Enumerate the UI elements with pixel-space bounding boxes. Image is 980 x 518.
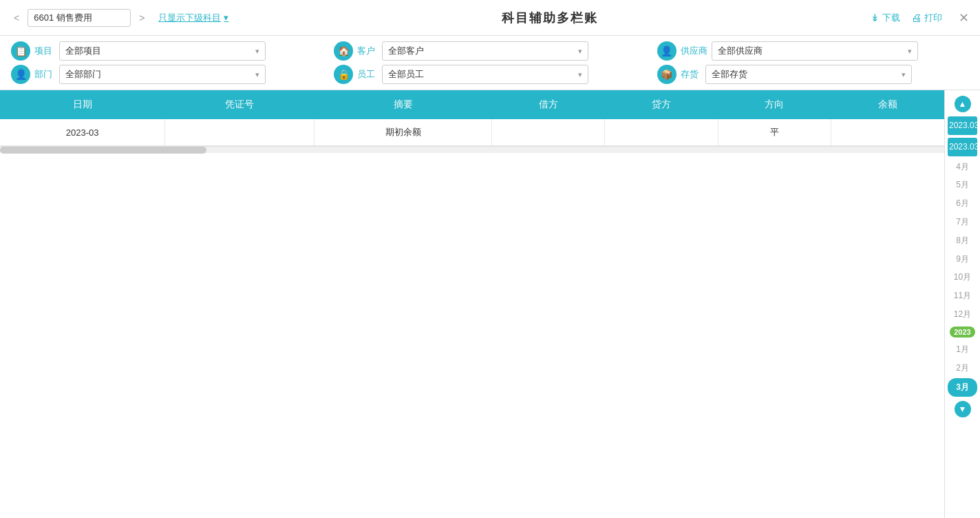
- sidebar-item-period-1[interactable]: 2023.03: [948, 116, 977, 135]
- inventory-value: 全部存货: [712, 68, 747, 81]
- sidebar-item-4[interactable]: 4月: [945, 158, 980, 176]
- supplier-select[interactable]: 全部供应商 ▾: [712, 41, 918, 61]
- project-dropdown-icon: ▾: [255, 47, 259, 56]
- cell-voucher: [165, 119, 315, 146]
- cell-summary: 期初余额: [315, 119, 492, 146]
- account-code-box: 6601 销售费用: [28, 9, 131, 27]
- print-icon: 🖨: [911, 12, 922, 23]
- department-select[interactable]: 全部部门 ▾: [59, 65, 266, 84]
- filter-inventory: 📦 存货 全部存货 ▾: [657, 65, 969, 84]
- table-header-row: 日期 凭证号 摘要 借方 贷方 方向 余额: [0, 90, 944, 119]
- supplier-icon: 👤: [657, 41, 677, 61]
- right-sidebar: ▲ 2023.03 2023.03 4月 5月 6月 7月 8月 9月 10月 …: [944, 90, 980, 518]
- inventory-label: 存货: [681, 68, 701, 81]
- account-name: 销售费用: [56, 12, 92, 24]
- filter-employee: 🔒 员工 全部员工 ▾: [334, 65, 646, 84]
- table-row: 2023-03 期初余额 平: [0, 119, 944, 146]
- cell-direction: 平: [718, 119, 831, 146]
- filter-row-2: 👤 部门 全部部门 ▾ 🔒 员工 全部员工 ▾ 📦 存货: [11, 65, 969, 84]
- customer-label: 客户: [357, 45, 378, 57]
- table-area[interactable]: 日期 凭证号 摘要 借方 贷方 方向 余额 2023-03 期初余额: [0, 90, 944, 518]
- inventory-dropdown-icon: ▾: [902, 70, 906, 79]
- download-label: 下载: [882, 12, 900, 24]
- h-scrollbar-thumb[interactable]: [0, 147, 206, 154]
- col-credit: 贷方: [605, 90, 718, 119]
- sidebar-item-10[interactable]: 10月: [945, 268, 980, 287]
- cell-date: 2023-03: [0, 119, 165, 146]
- sidebar-down-arrow[interactable]: ▼: [955, 401, 971, 417]
- col-date: 日期: [0, 90, 165, 119]
- customer-dropdown-icon: ▾: [578, 47, 582, 56]
- department-dropdown-icon: ▾: [255, 70, 259, 79]
- sidebar-up-arrow[interactable]: ▲: [955, 96, 971, 112]
- sidebar-item-period-2[interactable]: 2023.03: [948, 138, 977, 156]
- filter-department: 👤 部门 全部部门 ▾: [11, 65, 323, 84]
- col-summary: 摘要: [315, 90, 492, 119]
- sidebar-item-12[interactable]: 12月: [945, 305, 980, 324]
- cell-debit: [491, 119, 604, 146]
- chevron-down-icon: ▾: [224, 12, 228, 23]
- department-label: 部门: [34, 68, 55, 81]
- department-value: 全部部门: [65, 68, 101, 81]
- cell-balance: [831, 119, 944, 146]
- filter-area: 📋 项目 全部项目 ▾ 🏠 客户 全部客户 ▾ 👤 供应商: [0, 36, 980, 90]
- sidebar-item-jan[interactable]: 1月: [945, 340, 980, 359]
- cell-credit: [605, 119, 718, 146]
- filter-customer: 🏠 客户 全部客户 ▾: [334, 41, 646, 61]
- employee-dropdown-icon: ▾: [578, 70, 582, 79]
- close-button[interactable]: ✕: [959, 10, 969, 25]
- data-table: 日期 凭证号 摘要 借方 贷方 方向 余额 2023-03 期初余额: [0, 90, 944, 146]
- col-direction: 方向: [718, 90, 831, 119]
- project-icon: 📋: [11, 41, 30, 61]
- supplier-label: 供应商: [681, 45, 707, 57]
- customer-value: 全部客户: [388, 45, 424, 57]
- sidebar-item-8[interactable]: 8月: [945, 231, 980, 250]
- h-scrollbar[interactable]: [0, 146, 944, 153]
- employee-value: 全部员工: [388, 68, 424, 81]
- department-icon: 👤: [11, 65, 30, 84]
- sidebar-item-6[interactable]: 6月: [945, 194, 980, 213]
- page-title: 科目辅助多栏账: [228, 10, 871, 26]
- project-select[interactable]: 全部项目 ▾: [59, 41, 266, 61]
- sidebar-item-feb[interactable]: 2月: [945, 359, 980, 377]
- filter-project: 📋 项目 全部项目 ▾: [11, 41, 323, 61]
- supplier-value: 全部供应商: [718, 45, 763, 57]
- filter-supplier: 👤 供应商 全部供应商 ▾: [657, 41, 969, 61]
- download-icon: ↡: [871, 12, 880, 24]
- employee-label: 员工: [357, 68, 378, 81]
- nav-prev-button[interactable]: <: [11, 11, 22, 25]
- toolbar-right: ↡ 下载 🖨 打印 ✕: [871, 10, 969, 25]
- col-debit: 借方: [491, 90, 604, 119]
- content-area: 日期 凭证号 摘要 借方 贷方 方向 余额 2023-03 期初余额: [0, 90, 980, 518]
- download-button[interactable]: ↡ 下载: [871, 12, 900, 24]
- supplier-dropdown-icon: ▾: [908, 47, 912, 56]
- sidebar-item-5[interactable]: 5月: [945, 176, 980, 194]
- sidebar-item-9[interactable]: 9月: [945, 250, 980, 269]
- nav-next-button[interactable]: >: [136, 11, 147, 25]
- sidebar-item-11[interactable]: 11月: [945, 287, 980, 305]
- customer-icon: 🏠: [334, 41, 353, 61]
- sidebar-year-badge: 2023: [950, 327, 974, 338]
- main-window: < 6601 销售费用 > 只显示下级科目 ▾ 科目辅助多栏账 ↡ 下载 🖨 打…: [0, 0, 980, 518]
- sidebar-item-7[interactable]: 7月: [945, 213, 980, 231]
- inventory-select[interactable]: 全部存货 ▾: [705, 65, 912, 84]
- show-sub-filter[interactable]: 只显示下级科目 ▾: [158, 12, 228, 24]
- filter-row-1: 📋 项目 全部项目 ▾ 🏠 客户 全部客户 ▾ 👤 供应商: [11, 41, 969, 61]
- employee-icon: 🔒: [334, 65, 353, 84]
- col-balance: 余额: [831, 90, 944, 119]
- customer-select[interactable]: 全部客户 ▾: [382, 41, 588, 61]
- project-label: 项目: [34, 45, 55, 57]
- col-voucher: 凭证号: [165, 90, 315, 119]
- inventory-icon: 📦: [657, 65, 677, 84]
- employee-select[interactable]: 全部员工 ▾: [382, 65, 588, 84]
- print-button[interactable]: 🖨 打印: [911, 12, 942, 24]
- top-bar: < 6601 销售费用 > 只显示下级科目 ▾ 科目辅助多栏账 ↡ 下载 🖨 打…: [0, 0, 980, 36]
- account-code: 6601: [34, 12, 54, 23]
- show-sub-filter-label: 只显示下级科目: [158, 12, 221, 24]
- print-label: 打印: [924, 12, 942, 24]
- project-value: 全部项目: [65, 45, 101, 57]
- sidebar-item-mar-active[interactable]: 3月: [948, 378, 977, 397]
